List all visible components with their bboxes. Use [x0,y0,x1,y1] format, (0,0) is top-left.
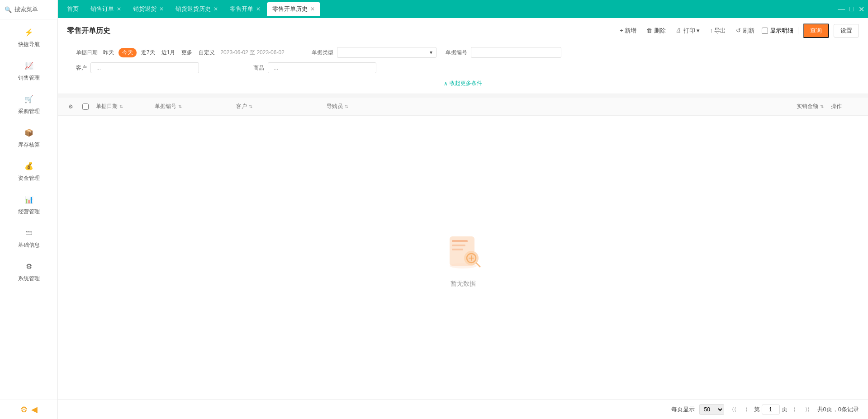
tab-retail-open-history[interactable]: 零售开单历史 ✕ [267,2,320,16]
window-close-icon[interactable]: ✕ [859,5,864,14]
date-more[interactable]: 更多 [180,48,194,57]
table-select-all-checkbox[interactable] [82,104,89,110]
delete-button[interactable]: 🗑 删除 [644,25,669,37]
customer-select[interactable]: ... [90,62,199,73]
svg-rect-4 [452,249,463,250]
sidebar-item-sys-mgmt[interactable]: ⚙ 系统管理 [0,254,57,287]
date-today[interactable]: 今天 [119,48,137,57]
sidebar-item-label: 基础信息 [18,241,40,249]
collapse-sidebar-icon[interactable]: ◀ [31,405,38,414]
window-restore-icon[interactable]: □ [849,5,854,13]
operations-icon: 📊 [23,193,35,206]
refresh-button[interactable]: ↺ 刷新 [733,25,757,37]
bill-type-select[interactable]: ▾ [337,47,436,58]
query-button[interactable]: 查询 [803,24,829,38]
table-amount-col[interactable]: 实销金额 ⇅ [773,103,827,110]
sidebar-item-basic-info[interactable]: 🗃 基础信息 [0,220,57,254]
date-last7[interactable]: 近7天 [139,48,157,57]
tab-retail-open[interactable]: 零售开单 ✕ [224,2,266,16]
table-date-label: 单据日期 [96,103,118,110]
prev-page-button[interactable]: ⟨ [741,404,752,415]
table-number-col[interactable]: 单据编号 ⇅ [151,103,232,110]
sidebar-item-inventory[interactable]: 📦 库存核算 [0,120,57,153]
goods-select[interactable]: ... [268,62,376,73]
tab-sales-return[interactable]: 销货退货 ✕ [128,2,169,16]
new-button[interactable]: + 新增 [617,25,639,37]
display-detail-toggle[interactable]: 显示明细 [762,27,793,35]
table-wrapper: ⚙ 单据日期 ⇅ 单据编号 ⇅ 客户 ⇅ 导购员 [58,98,868,399]
tab-sales-return-history-close[interactable]: ✕ [213,6,218,12]
sidebar-item-sales-mgmt[interactable]: 📈 销售管理 [0,53,57,86]
table-checkbox-col[interactable] [79,104,92,110]
tab-sales-return-history[interactable]: 销货退货历史 ✕ [170,2,223,16]
tab-retail-open-close[interactable]: ✕ [256,6,261,12]
bill-number-label: 单据编号 [446,49,467,56]
filter-area: 单据日期 昨天 今天 近7天 近1月 更多 自定义 2023-06-02 至 2… [67,42,859,94]
settings-button[interactable]: 设置 [834,24,859,38]
date-last-month[interactable]: 近1月 [160,48,177,57]
next-page-button[interactable]: ⟩ [789,404,800,415]
total-records-text: 共0页，0条记录 [817,405,859,414]
filter-date: 单据日期 昨天 今天 近7天 近1月 更多 自定义 2023-06-02 至 2… [76,48,285,57]
collapse-filter-row[interactable]: ∧ 收起更多条件 [76,78,850,89]
per-page-select[interactable]: 50 10 20 100 [699,404,724,415]
tab-sales-return-history-label: 销货退货历史 [175,5,211,13]
tab-sales-return-label: 销货退货 [133,5,157,13]
date-sort-icon: ⇅ [119,104,123,109]
date-custom[interactable]: 自定义 [197,48,217,57]
column-settings-icon[interactable]: ⚙ [68,104,73,110]
bill-type-label: 单据类型 [312,49,333,56]
tab-bar-controls: — □ ✕ [838,5,864,14]
window-minimize-icon[interactable]: — [838,5,845,13]
table-customer-col[interactable]: 客户 ⇅ [232,103,323,110]
tab-bar: 首页 销售订单 ✕ 销货退货 ✕ 销货退货历史 ✕ 零售开单 ✕ 零售开单历史 … [58,0,868,18]
page-input[interactable] [762,405,780,414]
date-yesterday[interactable]: 昨天 [101,48,116,57]
tab-sales-order-close[interactable]: ✕ [117,6,121,12]
toolbar-divider [798,27,798,34]
svg-rect-3 [452,245,465,246]
customer-sort-icon: ⇅ [249,104,252,109]
page-suffix: 页 [782,405,787,414]
display-detail-label: 显示明细 [770,27,793,35]
sidebar-item-label: 销售管理 [18,74,40,82]
export-button[interactable]: ↑ 导出 [707,25,729,37]
first-page-button[interactable]: ⟨⟨ [729,404,740,415]
tab-retail-open-history-close[interactable]: ✕ [310,6,315,12]
customer-label: 客户 [76,64,87,72]
tab-retail-open-history-label: 零售开单历史 [272,5,308,13]
table-salesperson-label: 导购员 [327,103,343,110]
sidebar-item-purchase-mgmt[interactable]: 🛒 采购管理 [0,86,57,120]
sidebar-item-label: 快捷导航 [18,41,40,48]
table-header: ⚙ 单据日期 ⇅ 单据编号 ⇅ 客户 ⇅ 导购员 [58,98,868,116]
sidebar-item-quick-nav[interactable]: ⚡ 快捷导航 [0,19,57,53]
print-button[interactable]: 🖨 打印 ▾ [673,25,702,37]
tab-home[interactable]: 首页 [62,2,84,16]
last-page-button[interactable]: ⟩⟩ [802,404,813,415]
sidebar-item-label: 库存核算 [18,141,40,149]
table-date-col[interactable]: 单据日期 ⇅ [92,103,151,110]
page-content: 零售开单历史 + 新增 🗑 删除 🖨 打印 ▾ ↑ 导出 ↺ 刷新 显示明细 查… [58,18,868,419]
bill-number-input[interactable] [471,47,561,58]
inventory-icon: 📦 [23,126,35,139]
sidebar-item-finance[interactable]: 💰 资金管理 [0,153,57,187]
display-detail-checkbox[interactable] [762,28,768,34]
date-filter-label: 单据日期 [76,49,98,56]
empty-state-icon [441,227,486,273]
sidebar-item-operations[interactable]: 📊 经营管理 [0,187,57,220]
tab-sales-order[interactable]: 销售订单 ✕ [85,2,127,16]
date-shortcuts: 昨天 今天 近7天 近1月 更多 自定义 [101,48,217,57]
tab-home-label: 首页 [67,5,79,13]
table-settings-col[interactable]: ⚙ [62,104,79,110]
settings-bottom-icon[interactable]: ⚙ [20,405,28,414]
sidebar-search-label: 搜索菜单 [14,5,38,14]
sidebar-item-label: 经营管理 [18,208,40,216]
collapse-up-icon: ∧ [444,80,448,87]
sidebar: 🔍 搜索菜单 ⚡ 快捷导航 📈 销售管理 🛒 采购管理 📦 库存核算 💰 资金管… [0,0,58,419]
table-number-label: 单据编号 [155,103,176,110]
sidebar-search[interactable]: 🔍 搜索菜单 [0,0,57,19]
finance-icon: 💰 [23,160,35,172]
tab-sales-return-close[interactable]: ✕ [159,6,164,12]
date-range-display: 2023-06-02 至 2023-06-02 [220,49,284,56]
table-salesperson-col[interactable]: 导购员 ⇅ [323,103,377,110]
